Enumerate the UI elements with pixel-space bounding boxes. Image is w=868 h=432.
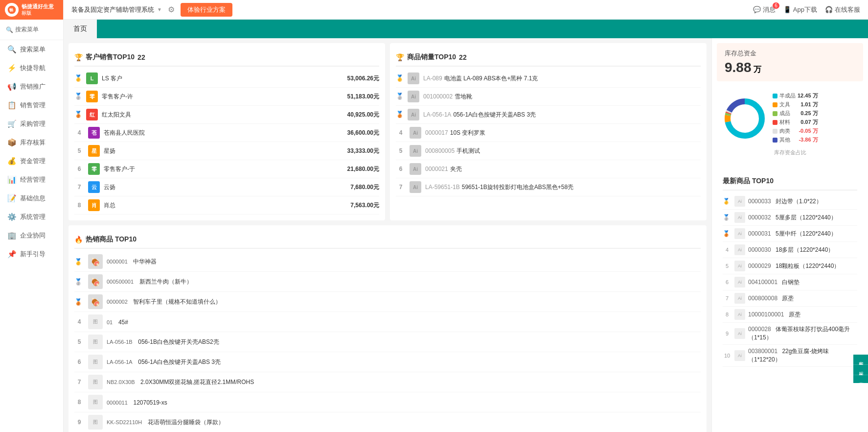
float-btn-1[interactable]: 服务社区 <box>853 365 868 375</box>
product-info: LA-056-1A 056-1A白色按键开关盖ABS 3壳 <box>107 358 701 366</box>
product-image: Ai <box>734 261 745 271</box>
notifications-button[interactable]: 💬 消息 6 <box>753 5 776 14</box>
rank-number: 4 <box>74 129 84 136</box>
product-name: 花语萌恒温分腿睡袋（厚款） <box>148 419 224 426</box>
sidebar-item-basic[interactable]: 📝基础信息 <box>0 189 63 208</box>
legend-item: 成品 0.25 万 <box>773 110 818 117</box>
hot-product-item: 9 图 KK-SD22110H 花语萌恒温分腿睡袋（厚款） <box>74 412 701 432</box>
rank-number: 5 <box>74 147 84 154</box>
product-image: 🍖 <box>88 254 103 269</box>
online-service-button[interactable]: 🎧 在线客服 <box>825 5 860 14</box>
product-image: 图 <box>88 335 103 349</box>
rank-number: 10 <box>723 353 731 359</box>
customer-rank-title: 客户销售TOP10 <box>86 53 135 62</box>
nav-icon-purchase: 🛒 <box>7 120 16 128</box>
product-rank-list: 🥇 Ai LA-089电池盖 LA-089 ABS本色+黑种 7.1克 🥈 Ai… <box>396 70 701 196</box>
legend-dot <box>773 120 777 125</box>
rank-item: 🥇 L LS 客户 53,006.26元 <box>74 70 379 88</box>
float-btn-0[interactable]: 客服热线 <box>853 355 868 365</box>
rank-avatar: L <box>86 72 98 84</box>
sidebar-item-search[interactable]: 🔍搜索菜单 <box>0 40 63 59</box>
sidebar-item-marketing[interactable]: 📢营销推广 <box>0 77 63 96</box>
legend-item: 材料 0.07 万 <box>773 119 818 126</box>
app-download-button[interactable]: 📱 App下载 <box>783 5 817 14</box>
product-rank-item: 🥈 Ai 001000002雪地靴 <box>396 88 701 106</box>
hot-product-item: 7 图 NB2.0X30B 2.0X30MM双搓花轴,搓花直径2.1MM/ROH… <box>74 372 701 392</box>
rank-number: 5 <box>396 147 406 154</box>
rank-name: 0000021夹壳 <box>425 165 701 173</box>
sidebar-item-system[interactable]: ⚙️系统管理 <box>0 208 63 226</box>
rank-item: 6 零 零售客户-于 21,680.00元 <box>74 160 379 178</box>
sidebar-item-purchase[interactable]: 🛒采购管理 <box>0 115 63 133</box>
new-product-item: 🥇 Ai 0000033 封边带（1.0*22） <box>723 193 857 210</box>
legend-value: -3.86 万 <box>799 136 818 144</box>
legend-item: 文具 1.01 万 <box>773 101 818 108</box>
float-btn-2[interactable]: 直播 <box>853 375 868 383</box>
rank-avatar-placeholder: Ai <box>408 72 419 84</box>
product-info: 0000029 18颗粒板（1220*2440） <box>748 262 857 270</box>
phone-icon: 📱 <box>783 6 791 13</box>
new-product-item: 5 Ai 0000029 18颗粒板（1220*2440） <box>723 258 857 274</box>
new-product-item: 7 Ai 000800008 原垄 <box>723 290 857 307</box>
product-name: 45# <box>118 319 128 326</box>
top-bar: 装备及固定资产辅助管理系统 ▼ ⚙ 体验行业方案 💬 消息 6 📱 App下载 … <box>64 0 868 20</box>
sidebar-item-corp[interactable]: 🏢企业协同 <box>0 226 63 245</box>
product-info: 10000100001 原垄 <box>748 311 857 319</box>
product-code: 000800008 <box>748 295 777 302</box>
rank-item: 5 星 星扬 33,333.00元 <box>74 142 379 160</box>
nav-icon-system: ⚙️ <box>7 213 16 221</box>
legend-dot <box>773 138 777 143</box>
rank-number: 7 <box>74 184 84 191</box>
customer-rank-card: 🏆 客户销售TOP10 22 🥇 L LS 客户 53,006.26元 🥈 零 … <box>69 43 385 220</box>
inventory-unit: 万 <box>754 65 761 75</box>
rank-value: 7,563.00元 <box>350 201 379 210</box>
new-products-header: 最新商品 TOP10 <box>723 173 857 191</box>
legend-value: 0.25 万 <box>800 110 818 117</box>
rank-avatar: 云 <box>88 181 100 193</box>
product-code: 0000032 <box>748 214 771 221</box>
rank-avatar-placeholder: Ai <box>410 145 421 157</box>
product-info: 0000028 体葡茶枝味苏打饮品400毫升（1*15） <box>748 325 857 342</box>
new-product-item: 6 Ai 004100001 白钢垫 <box>723 274 857 290</box>
product-name: 5厘中纤（1220*2440） <box>776 230 837 237</box>
rank-name: LS 客户 <box>102 74 343 83</box>
sidebar-item-guide[interactable]: 📌新手引导 <box>0 245 63 264</box>
tab-home[interactable]: 首页 <box>64 20 97 38</box>
sidebar-item-operation[interactable]: 📊经营管理 <box>0 170 63 189</box>
new-products-list: 🥇 Ai 0000033 封边带（1.0*22） 🥈 Ai 0000032 5厘… <box>723 193 857 367</box>
rank-name: 红太阳文具 <box>102 111 343 119</box>
medal-icon: 🥇 <box>723 198 731 205</box>
settings-button[interactable]: ⚙ <box>168 5 175 14</box>
rank-item: 🥉 红 红太阳文具 40,925.00元 <box>74 106 379 124</box>
rank-avatar: 苍 <box>88 127 100 139</box>
rank-name: 000001710S 变利罗浆 <box>425 129 701 137</box>
product-image: 图 <box>88 375 103 389</box>
legend-value: 1.01 万 <box>800 101 818 108</box>
product-code: NB2.0X30B <box>107 379 135 385</box>
tab-bar: 首页 <box>64 20 868 38</box>
rank-number: 6 <box>74 166 84 172</box>
trophy-icon-2: 🏆 <box>396 53 404 61</box>
rank-number: 8 <box>74 202 84 209</box>
sidebar-item-quicknav[interactable]: ⚡快捷导航 <box>0 59 63 77</box>
sidebar-item-sales[interactable]: 📋销售管理 <box>0 96 63 115</box>
rank-item: 7 云 云扬 7,680.00元 <box>74 178 379 196</box>
sidebar-item-finance[interactable]: 💰资金管理 <box>0 152 63 170</box>
sidebar-item-inventory[interactable]: 📦库存核算 <box>0 133 63 152</box>
product-image: 图 <box>88 395 103 409</box>
rank-number: 8 <box>723 312 731 317</box>
trophy-icon: 🏆 <box>74 53 83 61</box>
product-code: KK-SD22110H <box>107 419 142 425</box>
trial-button[interactable]: 体验行业方案 <box>181 3 232 17</box>
search-menu-button[interactable]: 🔍 搜索菜单 <box>4 24 59 36</box>
new-product-item: 8 Ai 10000100001 原垄 <box>723 307 857 323</box>
system-selector[interactable]: 装备及固定资产辅助管理系统 ▼ <box>71 5 162 14</box>
product-code: 0000029 <box>748 263 771 269</box>
legend-dot <box>773 129 777 134</box>
product-name: 18多层（1220*2440） <box>776 246 834 253</box>
rank-avatar-placeholder: Ai <box>410 127 421 139</box>
legend-item: 肉类 -0.05 万 <box>773 127 818 135</box>
product-rank-item: 4 Ai 000001710S 变利罗浆 <box>396 124 701 142</box>
medal-icon: 🥉 <box>723 230 731 237</box>
rank-value: 36,600.00元 <box>347 129 379 137</box>
